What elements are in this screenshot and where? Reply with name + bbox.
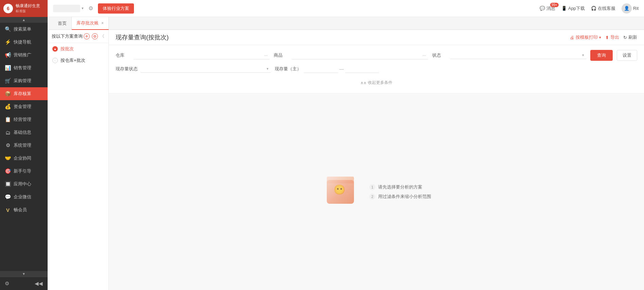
status-label: 状态	[432, 52, 447, 58]
scheme-dot-inactive: ○	[52, 58, 58, 63]
online-service-btn[interactable]: 🎧 在线客服	[591, 5, 615, 12]
scheme-label-warehouse-batch: 按仓库+批次	[61, 57, 85, 64]
empty-state: 😶 1 请先选择要分析的方案 2 用过滤条件来缩小分析范围	[109, 93, 644, 290]
topbar-gear-icon[interactable]: ⚙	[87, 4, 95, 13]
sidebar-scroll-down[interactable]: ▼	[0, 271, 48, 277]
refresh-btn[interactable]: ↻ 刷新	[623, 34, 637, 40]
target-icon: 🎯	[5, 168, 11, 174]
sidebar-item-finance[interactable]: 💰 资金管理	[0, 100, 48, 113]
app-download-label: App下载	[568, 5, 585, 12]
sidebar-item-appstore[interactable]: 🔲 应用中心	[0, 178, 48, 191]
sidebar-item-quick-nav[interactable]: ⚡ 快捷导航	[0, 36, 48, 49]
sidebar-item-sales[interactable]: 📊 销售管理	[0, 61, 48, 74]
goods-more-icon[interactable]: ···	[423, 53, 426, 58]
sidebar-item-basic[interactable]: 🗂 基础信息	[0, 126, 48, 139]
sidebar-item-label: 系统管理	[14, 142, 31, 148]
folder-icon: 🗂	[5, 129, 11, 135]
topbar: ▾ ⚙ 体验行业方案 💬 消息 99+ 📱 App下载 🎧 在线客服 👤	[48, 0, 644, 17]
goods-input[interactable]	[294, 53, 422, 58]
scheme-dot-active: ●	[52, 46, 58, 52]
query-btn[interactable]: 查询	[590, 50, 613, 61]
user-avatar-btn[interactable]: 👤 Rit	[622, 3, 639, 14]
tab-home[interactable]: 首页	[53, 17, 72, 30]
filter-status: 状态 ▾	[432, 52, 586, 59]
export-btn[interactable]: ⬆ 导出	[605, 34, 619, 40]
settings-scheme-icon[interactable]: ⚙	[92, 33, 98, 39]
topbar-dropdown-icon[interactable]: ▾	[82, 6, 84, 11]
sidebar-item-member[interactable]: V 畅会员	[0, 203, 48, 216]
sidebar-item-label: 新手引导	[14, 168, 31, 174]
add-scheme-icon[interactable]: +	[84, 33, 90, 39]
goods-input-wrapper: ···	[292, 51, 428, 59]
empty-tips: 1 请先选择要分析的方案 2 用过滤条件来缩小分析范围	[369, 184, 431, 200]
goods-label: 商品	[274, 52, 289, 58]
tip-number-2: 2	[369, 194, 375, 200]
filter-area: 仓库 ··· 商品 ···	[109, 45, 644, 93]
headset-icon: 🎧	[591, 6, 596, 11]
warehouse-input[interactable]	[136, 53, 264, 58]
collapse-more-btn[interactable]: ∧∧ 收起更多条件	[116, 77, 637, 88]
app-download-btn[interactable]: 📱 App下载	[561, 5, 585, 12]
page-header-actions: 🖨 按模板打印 ▾ ⬆ 导出 ↻ 刷新	[570, 34, 637, 40]
print-label: 按模板打印	[576, 34, 598, 40]
app-name: 畅康通好生意	[16, 3, 40, 9]
sidebar-item-system[interactable]: ⚙ 系统管理	[0, 139, 48, 152]
sidebar-item-marketing[interactable]: 📢 营销推广	[0, 49, 48, 61]
topbar-search-input[interactable]	[53, 5, 80, 12]
stock-amount-to-input[interactable]	[345, 65, 379, 73]
sidebar-item-enterprise[interactable]: 🤝 企业协同	[0, 152, 48, 165]
export-label: 导出	[610, 34, 619, 40]
sidebar-item-operation[interactable]: 📋 经营管理	[0, 113, 48, 126]
clipboard-icon: 📋	[5, 116, 11, 123]
sidebar-item-label: 库存核算	[14, 91, 31, 97]
message-icon: 💬	[540, 6, 545, 11]
sidebar-item-label: 基础信息	[14, 129, 31, 135]
sidebar-item-label: 畅会员	[14, 207, 27, 213]
collapse-sidebar-icon[interactable]: ◀◀	[35, 280, 43, 287]
tab-inventory-batch[interactable]: 库存批次账 ×	[72, 17, 109, 30]
content-area: 按以下方案查询 + ⚙ 《 ● 按批次 ○ 按仓库+批次 现存量查询(按批次)	[48, 30, 644, 290]
warehouse-more-icon[interactable]: ···	[264, 53, 268, 58]
sidebar-item-label: 资金管理	[14, 104, 31, 110]
sidebar-item-label: 销售管理	[14, 65, 31, 71]
message-btn[interactable]: 💬 消息 99+	[540, 5, 555, 12]
settings-filter-btn[interactable]: 设置	[617, 50, 637, 61]
money-icon: 💰	[5, 104, 11, 110]
stock-status-select[interactable]: ▾	[140, 65, 271, 73]
print-btn[interactable]: 🖨 按模板打印 ▾	[570, 34, 601, 40]
box-face-icon: 😶	[334, 184, 345, 195]
sidebar-item-wechat[interactable]: 💬 企业微信	[0, 191, 48, 203]
search-icon: 🔍	[5, 26, 11, 32]
sidebar-item-purchase[interactable]: 🛒 采购管理	[0, 74, 48, 87]
grid-icon: 🔲	[5, 181, 11, 187]
avatar: 👤	[622, 3, 632, 14]
experience-btn[interactable]: 体验行业方案	[98, 3, 134, 14]
sidebar-footer: ⚙ ◀◀	[0, 277, 48, 290]
filter-row-2: 现存量状态 ▾ 现存量（主） —	[116, 65, 637, 73]
sidebar-item-search[interactable]: 🔍 搜索菜单	[0, 23, 48, 36]
sidebar-scroll-up[interactable]: ▲	[0, 17, 48, 23]
status-select[interactable]: ▾	[450, 52, 586, 59]
sidebar-item-label: 企业协同	[14, 155, 31, 161]
sidebar-item-label: 应用中心	[14, 181, 31, 187]
print-dropdown-icon[interactable]: ▾	[599, 35, 601, 40]
tip-text-1: 请先选择要分析的方案	[378, 184, 422, 190]
tip-number-1: 1	[369, 184, 375, 190]
online-service-label: 在线客服	[598, 5, 615, 12]
scheme-item-warehouse-batch[interactable]: ○ 按仓库+批次	[48, 55, 108, 66]
collapse-more-label: 收起更多条件	[368, 80, 392, 86]
stock-amount-dash: —	[338, 67, 345, 72]
sidebar-item-label: 搜索菜单	[14, 26, 31, 32]
left-panel-collapse-icon[interactable]: 《	[100, 33, 104, 39]
stock-amount-label: 现存量（主）	[275, 66, 301, 72]
sidebar-item-label: 快捷导航	[14, 39, 31, 45]
stock-amount-from-input[interactable]	[304, 65, 338, 73]
settings-footer-icon[interactable]: ⚙	[5, 280, 9, 287]
sidebar-item-guide[interactable]: 🎯 新手引导	[0, 165, 48, 178]
scheme-item-batch[interactable]: ● 按批次	[48, 43, 108, 55]
tab-close-icon[interactable]: ×	[101, 21, 104, 25]
topbar-search-wrapper: ▾	[53, 5, 84, 12]
sidebar-item-inventory[interactable]: 📦 库存核算	[0, 87, 48, 100]
megaphone-icon: 📢	[5, 52, 11, 58]
lightning-icon: ⚡	[5, 39, 11, 45]
